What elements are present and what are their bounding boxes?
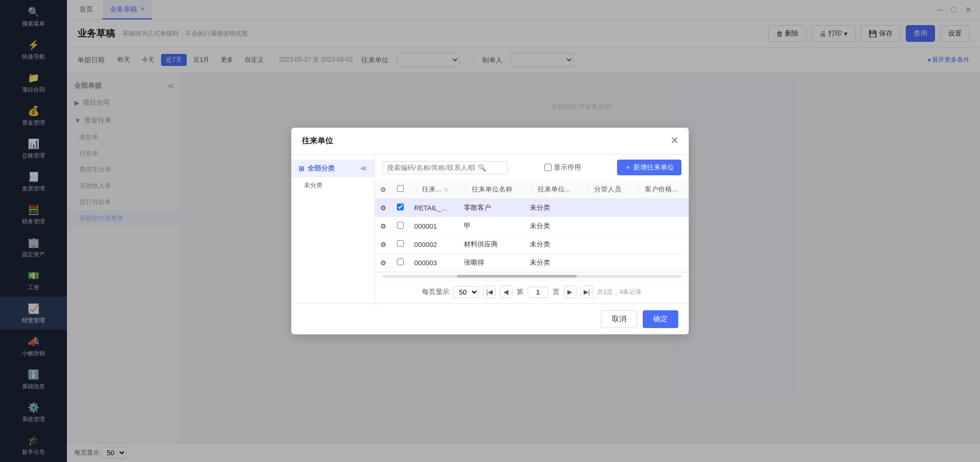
- table-row[interactable]: ⚙ 000001 甲 未分类: [375, 217, 689, 235]
- row-settings-icon[interactable]: ⚙: [380, 241, 386, 249]
- row-checkbox: [392, 199, 409, 217]
- pagination: 每页显示 50 |◀ ◀ 第 页 ▶ ▶| 共1页，4条记录: [375, 280, 689, 303]
- row-checkbox: [392, 235, 409, 254]
- page-size-select[interactable]: 50: [453, 286, 479, 298]
- counterpart-table: ⚙ :: 往来... ⇅: [375, 181, 689, 272]
- th-code: :: 往来... ⇅: [409, 181, 459, 199]
- row-settings-icon[interactable]: ⚙: [380, 259, 386, 267]
- page-unit: 页: [553, 287, 560, 297]
- drag-icon: ::: [637, 185, 641, 193]
- drag-icon: ::: [586, 185, 590, 193]
- plus-icon: ＋: [624, 163, 631, 172]
- th-manager: :: 分管人员: [581, 181, 632, 199]
- sort-icon: ⇅: [444, 187, 448, 193]
- row-select-checkbox[interactable]: [397, 222, 404, 229]
- row-settings-icon[interactable]: ⚙: [380, 204, 386, 212]
- modal-overlay: 往来单位 ✕ ⊞ 全部分类 ≪ 未分类 🔍: [0, 0, 980, 462]
- next-page-btn[interactable]: ▶: [564, 286, 576, 298]
- row-settings: ⚙: [375, 254, 392, 272]
- counterpart-dialog: 往来单位 ✕ ⊞ 全部分类 ≪ 未分类 🔍: [291, 128, 689, 334]
- row-select-checkbox[interactable]: [397, 258, 404, 265]
- add-partner-btn[interactable]: ＋ 新增往来单位: [617, 160, 681, 175]
- table-row[interactable]: ⚙ 000003 张嘶得 未分类: [375, 254, 689, 272]
- row-checkbox: [392, 254, 409, 272]
- search-input[interactable]: [387, 164, 475, 172]
- drag-icon: ::: [464, 185, 468, 193]
- row-select-checkbox[interactable]: [397, 204, 404, 210]
- prev-page-btn[interactable]: ◀: [500, 286, 512, 298]
- table-row[interactable]: ⚙ RETAIL_... 零散客户 未分类: [375, 199, 689, 217]
- show-inactive-checkbox[interactable]: [544, 164, 552, 171]
- search-box: 🔍: [382, 161, 508, 174]
- dialog-close-btn[interactable]: ✕: [670, 135, 678, 147]
- table-header-row: ⚙ :: 往来... ⇅: [375, 181, 689, 199]
- scrollbar-track: [382, 275, 681, 278]
- row-settings: ⚙: [375, 235, 392, 254]
- drag-icon: ::: [530, 185, 533, 193]
- category-collapse-icon[interactable]: ≪: [360, 165, 367, 172]
- total-info: 共1页，4条记录: [597, 288, 642, 297]
- dialog-body: ⊞ 全部分类 ≪ 未分类 🔍 显示停用: [291, 154, 689, 303]
- settings-icon[interactable]: ⚙: [380, 186, 386, 194]
- horizontal-scrollbar[interactable]: [375, 272, 689, 280]
- row-settings: ⚙: [375, 217, 392, 235]
- row-select-checkbox[interactable]: [397, 240, 404, 247]
- cancel-button[interactable]: 取消: [601, 310, 637, 328]
- confirm-button[interactable]: 确定: [643, 310, 678, 328]
- category-all[interactable]: ⊞ 全部分类 ≪: [291, 160, 374, 177]
- th-checkbox: [392, 181, 409, 199]
- table-toolbar: 🔍 显示停用 ＋ 新增往来单位: [375, 154, 689, 181]
- show-inactive-toggle[interactable]: 显示停用: [544, 163, 581, 172]
- category-unclassified[interactable]: 未分类: [291, 177, 374, 194]
- dialog-footer: 取消 确定: [291, 303, 689, 334]
- scrollbar-thumb[interactable]: [457, 275, 577, 278]
- th-price-level: :: 客户价格...: [632, 181, 689, 199]
- table-wrapper[interactable]: ⚙ :: 往来... ⇅: [375, 181, 689, 272]
- dialog-title: 往来单位: [302, 136, 333, 146]
- drag-icon: ::: [414, 185, 418, 193]
- last-page-btn[interactable]: ▶|: [580, 286, 593, 298]
- th-category: :: 往来单位...: [525, 181, 582, 199]
- dialog-header: 往来单位 ✕: [291, 128, 689, 154]
- row-settings: ⚙: [375, 199, 392, 217]
- grid-icon: ⊞: [299, 165, 304, 173]
- category-panel: ⊞ 全部分类 ≪ 未分类: [291, 154, 375, 303]
- row-checkbox: [392, 217, 409, 235]
- th-name: :: 往来单位名称: [459, 181, 525, 199]
- first-page-btn[interactable]: |◀: [483, 286, 496, 298]
- page-size-label: 每页显示: [422, 287, 449, 297]
- table-row[interactable]: ⚙ 000002 材料供应商 未分类: [375, 235, 689, 254]
- table-panel: 🔍 显示停用 ＋ 新增往来单位: [375, 154, 689, 303]
- th-settings: ⚙: [375, 181, 392, 199]
- search-icon: 🔍: [478, 164, 486, 172]
- page-number-input[interactable]: [528, 287, 549, 298]
- row-settings-icon[interactable]: ⚙: [380, 222, 386, 230]
- page-no-label: 第: [517, 287, 523, 297]
- select-all-checkbox[interactable]: [397, 185, 404, 192]
